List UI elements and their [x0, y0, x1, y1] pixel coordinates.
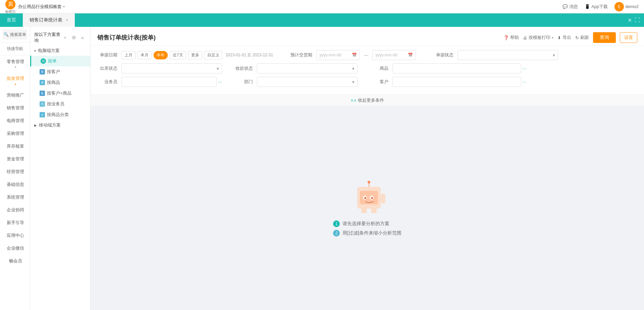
refresh-button[interactable]: ↻ 刷新	[575, 35, 589, 41]
sidebar-item-system[interactable]: 系统管理	[0, 191, 30, 204]
out-status-chevron-icon: ▾	[217, 66, 219, 71]
calendar-end-icon[interactable]: 📅	[408, 53, 413, 57]
empty-area: 1 请先选择要分析的方案 2 用[过滤]条件来缩小分析范围	[91, 106, 644, 310]
tab-close-icon[interactable]: ×	[66, 18, 68, 22]
sidebar-item-wechat[interactable]: 企业微信	[0, 242, 30, 255]
search-icon: 🔍	[4, 32, 9, 37]
empty-content: 1 请先选择要分析的方案 2 用[过滤]条件来缩小分析范围	[333, 180, 401, 237]
left-panel-header: 按以下方案查询 + ⚙ «	[30, 30, 90, 46]
date-curr-month-button[interactable]: 本月	[138, 51, 152, 59]
date-week-button[interactable]: 近7天	[170, 51, 186, 59]
left-panel-title: 按以下方案查询	[34, 32, 61, 44]
print-chevron-icon: ▾	[552, 36, 553, 40]
out-status-label: 出库状态	[97, 65, 117, 71]
add-scheme-button[interactable]: +	[61, 34, 69, 41]
export-label: 导出	[562, 35, 571, 41]
svg-point-7	[368, 181, 370, 184]
sidebar-item-inventory[interactable]: 库存核算	[0, 140, 30, 153]
staff-input[interactable]	[121, 77, 217, 87]
empty-tip-2: 2 用[过滤]条件来缩小分析范围	[333, 230, 401, 237]
quick-nav-button[interactable]: 快捷导航	[0, 44, 30, 54]
app-label: App下载	[591, 4, 608, 10]
payment-status-select[interactable]: ▾	[257, 63, 358, 73]
message-button[interactable]: 💬 消息	[562, 4, 578, 10]
svg-rect-1	[360, 191, 378, 204]
scheme-item-by-goods[interactable]: 商 按商品	[30, 77, 90, 88]
sidebar-item-app-label: 应用中心	[7, 232, 24, 239]
export-button[interactable]: ⬇ 导出	[557, 35, 571, 41]
print-label: 按模板打印	[529, 35, 550, 41]
desktop-group-label: 电脑端方案	[38, 48, 60, 54]
collapse-panel-button[interactable]: «	[79, 34, 86, 41]
sidebar-item-inventory-label: 库存核算	[7, 143, 24, 149]
sidebar-item-app[interactable]: 应用中心	[0, 229, 30, 242]
date-label: 单据日期	[97, 52, 117, 58]
forecast-start-input[interactable]: yyyy-mm-dd 📅	[316, 50, 360, 60]
goods-label: 商品	[368, 65, 388, 71]
goods-input[interactable]	[392, 63, 521, 73]
scheme-group-mobile-header[interactable]: ▶ 移动端方案	[30, 120, 90, 130]
goods-ellipsis-icon[interactable]: ···	[523, 66, 527, 71]
sidebar-item-cooperation-label: 企业协同	[7, 207, 24, 213]
maximize-window-icon[interactable]: ⛶	[635, 17, 640, 23]
collapse-label: 收起更多条件	[358, 97, 384, 103]
help-link[interactable]: ❓ 帮助	[503, 35, 519, 41]
scheme-item-by-customer-goods[interactable]: 客 按客户+商品	[30, 88, 90, 99]
print-button[interactable]: 🖨 按模板打印 ▾	[523, 35, 553, 41]
top-bar-left: 贝 标橙贝 办公用品行业模拟账套 ▾	[5, 0, 65, 14]
scheme-icon-customer-goods: 客	[40, 91, 45, 96]
forecast-end-input[interactable]: yyyy-mm-dd 📅	[372, 50, 416, 60]
refresh-label: 刷新	[580, 35, 589, 41]
collapse-bar[interactable]: ∧∧ 收起更多条件	[91, 95, 644, 106]
logo-area: 贝 标橙贝	[5, 0, 15, 14]
company-selector[interactable]: 办公用品行业模拟账套 ▾	[18, 4, 65, 10]
dept-chevron-icon: ▾	[352, 80, 355, 85]
scheme-icon-category: 分	[40, 112, 45, 117]
scheme-item-by-category[interactable]: 分 按商品分类	[30, 109, 90, 120]
date-custom-button[interactable]: 自定义	[204, 51, 222, 59]
sidebar-chevron-retail-icon: ▾	[15, 65, 16, 69]
sidebar-item-ecommerce[interactable]: 电商管理	[0, 114, 30, 127]
scheme-item-by-order[interactable]: 按 按单	[30, 56, 90, 66]
customer-input[interactable]	[392, 77, 521, 87]
calendar-start-icon[interactable]: 📅	[352, 53, 357, 57]
scheme-item-by-customer[interactable]: 客 按客户	[30, 66, 90, 77]
app-download-button[interactable]: 📱 App下载	[585, 4, 608, 10]
avatar: E	[614, 2, 624, 11]
setting-button[interactable]: 设置	[620, 32, 637, 43]
settings-scheme-button[interactable]: ⚙	[70, 34, 77, 41]
scheme-item-by-staff[interactable]: 员 按业务员	[30, 99, 90, 109]
sidebar-item-operations[interactable]: 经营管理	[0, 165, 30, 178]
tab-home[interactable]: 首页	[0, 13, 23, 27]
tip-num-1: 1	[333, 220, 340, 227]
user-menu[interactable]: E demo2	[614, 2, 639, 11]
dept-select[interactable]: ▾	[257, 77, 358, 87]
sidebar-item-finance-label: 资金管理	[7, 156, 24, 162]
sidebar-item-purchase[interactable]: 采购管理	[0, 127, 30, 140]
tab-sales-stats[interactable]: 销售订单统计表 ×	[23, 13, 75, 27]
help-icon: ❓	[503, 35, 509, 40]
bill-status-select[interactable]: ▾	[458, 50, 558, 60]
close-window-icon[interactable]: ✕	[628, 17, 632, 23]
sidebar-item-marketing[interactable]: 营销推广	[0, 89, 30, 102]
sidebar-item-wholesale[interactable]: 批发管理 ▴	[0, 72, 30, 89]
refresh-icon: ↻	[575, 35, 579, 40]
scheme-group-desktop-header[interactable]: ▾ 电脑端方案	[30, 46, 90, 56]
dept-label: 部门	[233, 79, 253, 85]
sidebar-item-cooperation[interactable]: 企业协同	[0, 204, 30, 216]
sidebar-item-sales[interactable]: 销售管理	[0, 102, 30, 114]
sidebar-item-member[interactable]: 畅会员	[0, 255, 30, 267]
date-year-button[interactable]: 本年	[154, 51, 168, 59]
date-prev-month-button[interactable]: 上月	[121, 51, 136, 59]
sidebar-item-retail[interactable]: 零售管理 ▾	[0, 55, 30, 72]
sidebar-item-guide[interactable]: 新手引导	[0, 216, 30, 229]
sidebar-item-finance[interactable]: 资金管理	[0, 153, 30, 165]
query-button[interactable]: 查询	[593, 32, 616, 43]
scheme-item-by-customer-label: 按客户	[47, 69, 60, 75]
search-menu-button[interactable]: 🔍 搜索菜单	[3, 30, 27, 40]
staff-ellipsis-icon[interactable]: ···	[218, 79, 222, 85]
customer-ellipsis-icon[interactable]: ···	[523, 79, 527, 85]
date-more-button[interactable]: 更多	[188, 51, 202, 59]
sidebar-item-basic[interactable]: 基础信息	[0, 178, 30, 191]
out-status-select[interactable]: ▾	[121, 63, 222, 73]
